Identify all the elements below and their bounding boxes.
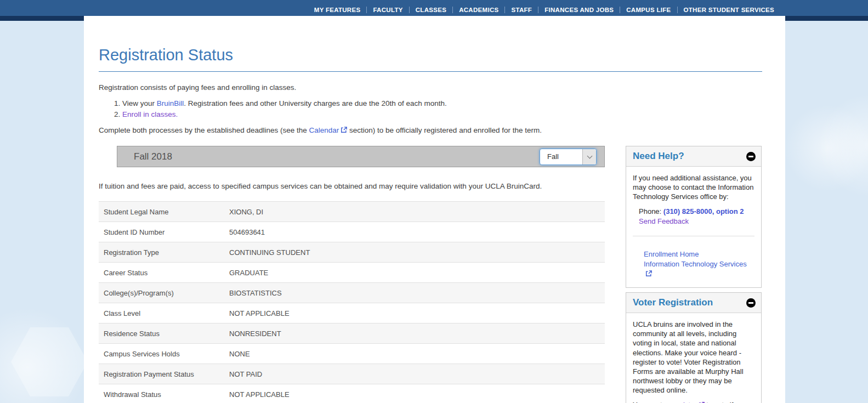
nav-staff[interactable]: STAFF	[511, 7, 532, 13]
decor-bokeh	[0, 307, 88, 403]
row-label: Class Level	[99, 303, 229, 323]
row-value: NONE	[229, 344, 605, 364]
row-label: Student ID Number	[99, 222, 229, 242]
table-row: Residence Status NONRESIDENT	[99, 323, 605, 344]
row-label: Career Status	[99, 263, 229, 283]
step1-text-post: . Registration fees and other University…	[184, 99, 447, 107]
external-link-icon	[699, 401, 705, 403]
nav-other-student-services[interactable]: OTHER STUDENT SERVICES	[684, 7, 775, 13]
sidebar: Need Help? If you need additional assist…	[626, 146, 762, 403]
nav-classes[interactable]: CLASSES	[416, 7, 446, 13]
nav-separator	[409, 7, 410, 13]
table-row: Campus Services Holds NONE	[99, 344, 605, 364]
table-row: Registration Payment Status NOT PAID	[99, 364, 605, 384]
term-select-value: Fall	[540, 149, 582, 164]
nav-academics[interactable]: ACADEMICS	[459, 7, 498, 13]
voter-registration-body: UCLA bruins are involved in the communit…	[626, 313, 761, 403]
voter-para2-pre: You must	[633, 401, 664, 403]
row-value: GRADUATE	[229, 263, 605, 283]
table-row: Class Level NOT APPLICABLE	[99, 303, 605, 323]
registration-status-table: Student Legal Name XIONG, DI Student ID …	[99, 201, 605, 403]
row-value: NOT APPLICABLE	[229, 384, 605, 403]
phone-link[interactable]: (310) 825-8000, option 2	[663, 207, 744, 215]
external-link-icon	[645, 270, 652, 280]
content-panel: Registration Status Registration consist…	[84, 16, 785, 403]
table-row: College(s)/Program(s) BIOSTATISTICS	[99, 283, 605, 303]
nav-separator	[620, 7, 620, 13]
intro-text: Registration consists of paying fees and…	[99, 83, 762, 92]
need-help-header: Need Help?	[626, 146, 761, 167]
enrollment-home-link[interactable]: Enrollment Home	[644, 250, 699, 258]
row-value: BIOSTATISTICS	[229, 283, 605, 303]
nav-separator	[366, 7, 367, 13]
term-select-button[interactable]	[582, 149, 596, 164]
row-label: Registration Type	[99, 242, 229, 263]
phone-block: Phone: (310) 825-8000, option 2 Send Fee…	[639, 207, 754, 226]
table-row: Student Legal Name XIONG, DI	[99, 202, 605, 222]
deadline-text: Complete both processes by the establish…	[99, 126, 762, 135]
row-label: Student Legal Name	[99, 202, 229, 222]
registration-steps-list: View your BruinBill. Registration fees a…	[99, 99, 762, 118]
phone-label: Phone:	[639, 207, 663, 215]
term-select[interactable]: Fall	[540, 149, 597, 165]
nav-separator	[677, 7, 678, 13]
content-columns: Fall 2018 Fall If tuition and fees are p…	[99, 146, 762, 403]
row-value: 504693641	[229, 222, 605, 242]
collapse-minus-icon[interactable]	[746, 298, 756, 308]
external-link-icon	[341, 127, 347, 135]
table-row: Career Status GRADUATE	[99, 263, 605, 283]
table-row: Withdrawal Status NOT APPLICABLE	[99, 384, 605, 403]
calendar-link[interactable]: Calendar	[309, 126, 347, 134]
page-viewport: MY FEATURES FACULTY CLASSES ACADEMICS ST…	[0, 0, 868, 403]
voter-registration-header: Voter Registration	[626, 293, 761, 313]
need-help-text: If you need additional assistance, you m…	[633, 173, 754, 201]
row-value: NONRESIDENT	[229, 323, 605, 344]
table-row: Student ID Number 504693641	[99, 222, 605, 242]
row-label: Residence Status	[99, 323, 229, 344]
nav-separator	[538, 7, 538, 13]
need-help-box: Need Help? If you need additional assist…	[626, 146, 762, 288]
row-value: CONTINUING STUDENT	[229, 242, 605, 263]
row-label: Withdrawal Status	[99, 384, 229, 403]
term-heading: Fall 2018	[134, 151, 540, 162]
term-bar: Fall 2018 Fall	[117, 146, 605, 167]
chevron-down-icon	[587, 153, 592, 158]
send-feedback-link[interactable]: Send Feedback	[639, 217, 689, 225]
nav-separator	[452, 7, 453, 13]
row-label: Campus Services Holds	[99, 344, 229, 364]
nav-faculty[interactable]: FACULTY	[373, 7, 402, 13]
divider	[633, 236, 754, 236]
nav-finances-and-jobs[interactable]: FINANCES AND JOBS	[544, 7, 614, 13]
voter-para1: UCLA bruins are involved in the communit…	[633, 320, 754, 395]
page-title: Registration Status	[99, 46, 762, 72]
deadline-text-post: section) to be officially registered and…	[347, 126, 542, 134]
row-label: College(s)/Program(s)	[99, 283, 229, 303]
main-column: Fall 2018 Fall If tuition and fees are p…	[99, 146, 605, 403]
nav-separator	[504, 7, 505, 13]
need-help-body: If you need additional assistance, you m…	[626, 167, 761, 287]
help-links: Enrollment Home Information Technology S…	[644, 249, 754, 280]
list-item: Enroll in classes.	[122, 110, 762, 118]
tuition-notice-text: If tuition and fees are paid, access to …	[99, 182, 605, 190]
step1-text-pre: View your	[122, 99, 157, 107]
voter-registration-title: Voter Registration	[633, 297, 713, 308]
row-value: XIONG, DI	[229, 202, 605, 222]
enroll-in-classes-link[interactable]: Enroll in classes.	[122, 110, 178, 118]
nav-campus-life[interactable]: CAMPUS LIFE	[626, 7, 671, 13]
re-register-link[interactable]: re-register	[664, 401, 704, 403]
nav-my-features[interactable]: MY FEATURES	[314, 7, 361, 13]
list-item: View your BruinBill. Registration fees a…	[122, 99, 762, 107]
voter-registration-box: Voter Registration UCLA bruins are invol…	[626, 292, 762, 403]
row-label: Registration Payment Status	[99, 364, 229, 384]
table-row: Registration Type CONTINUING STUDENT	[99, 242, 605, 263]
collapse-minus-icon[interactable]	[746, 152, 756, 161]
it-services-link[interactable]: Information Technology Services	[644, 260, 747, 278]
row-value: NOT PAID	[229, 364, 605, 384]
voter-para2: You must re-register to vote if you have…	[633, 400, 754, 403]
need-help-title: Need Help?	[633, 151, 684, 162]
bruinbill-link[interactable]: BruinBill	[157, 99, 184, 107]
row-value: NOT APPLICABLE	[229, 303, 605, 323]
deadline-text-pre: Complete both processes by the establish…	[99, 126, 309, 134]
